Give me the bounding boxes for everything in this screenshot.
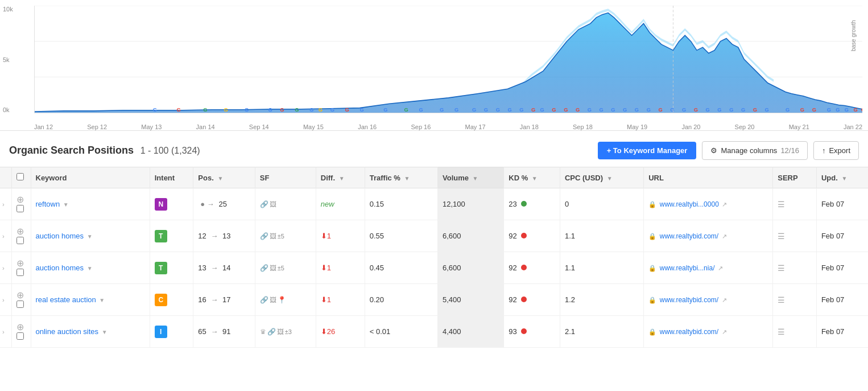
svg-text:G: G	[600, 107, 604, 113]
td-keyword[interactable]: real estate auction ▼	[31, 284, 150, 316]
export-icon: ↑	[822, 146, 826, 155]
url-value[interactable]: www.realtybid.com/	[660, 328, 718, 336]
td-keyword[interactable]: online auction sites ▼	[31, 316, 150, 348]
export-button[interactable]: ↑ Export	[813, 141, 859, 160]
td-serp[interactable]: ☰	[773, 316, 817, 348]
td-check[interactable]: ⊕	[11, 188, 31, 220]
td-check[interactable]: ⊕	[11, 252, 31, 284]
td-keyword[interactable]: auction homes ▼	[31, 220, 150, 252]
td-url[interactable]: 🔒 www.realtybid.com/ ↗	[644, 316, 773, 348]
td-kd: 93	[504, 316, 560, 348]
url-value[interactable]: www.realtybid.com/	[660, 232, 718, 240]
td-keyword[interactable]: reftown ▼	[31, 188, 150, 220]
kd-dot	[521, 297, 527, 302]
td-serp[interactable]: ☰	[773, 252, 817, 284]
th-kd[interactable]: KD % ▼	[504, 167, 560, 188]
td-serp[interactable]: ☰	[773, 220, 817, 252]
external-link-icon[interactable]: ↗	[718, 265, 723, 271]
keywords-table: Keyword Intent Pos. ▼ SF Diff. ▼ Traffic…	[0, 167, 868, 348]
table-row: › ⊕ auction homes ▼ T 13 → 14 🔗🖼±5 ⬇1 0.…	[0, 252, 868, 284]
external-link-icon[interactable]: ↗	[722, 297, 727, 303]
sf-link-icon: 🔗	[260, 232, 268, 240]
external-link-icon[interactable]: ↗	[722, 233, 727, 240]
serp-icon[interactable]: ☰	[778, 327, 785, 336]
td-serp[interactable]: ☰	[773, 284, 817, 316]
td-keyword[interactable]: auction homes ▼	[31, 252, 150, 284]
td-expand[interactable]: ›	[0, 188, 11, 220]
td-kd: 92	[504, 252, 560, 284]
row-checkbox[interactable]	[16, 269, 24, 276]
table-row: › ⊕ real estate auction ▼ C 16 → 17 🔗🖼📍 …	[0, 284, 868, 316]
td-expand[interactable]: ›	[0, 252, 11, 284]
add-keyword-icon[interactable]: ⊕	[16, 322, 24, 332]
th-sf: SF	[255, 167, 316, 188]
lock-icon: 🔒	[648, 201, 656, 208]
td-expand[interactable]: ›	[0, 284, 11, 316]
td-expand[interactable]: ›	[0, 220, 11, 252]
svg-text:G: G	[576, 107, 580, 113]
row-checkbox[interactable]	[16, 301, 24, 308]
th-pos[interactable]: Pos. ▼	[193, 167, 255, 188]
manage-columns-button[interactable]: ⚙ Manage columns 12/16	[702, 141, 808, 160]
svg-text:G: G	[484, 107, 488, 113]
x-label-sep20: Sep 20	[735, 124, 755, 130]
cpc-sort-icon: ▼	[607, 175, 613, 182]
td-upd: Feb 07	[816, 252, 868, 284]
svg-text:G: G	[741, 107, 745, 113]
sf-img-icon: 🖼	[270, 264, 276, 272]
row-checkbox[interactable]	[16, 205, 24, 212]
svg-text:G: G	[224, 107, 228, 113]
td-pos: 16 → 17	[193, 284, 255, 316]
th-diff[interactable]: Diff. ▼	[316, 167, 365, 188]
add-keyword-icon[interactable]: ⊕	[16, 258, 24, 268]
external-link-icon[interactable]: ↗	[722, 201, 727, 208]
keyword-dropdown-icon[interactable]: ▼	[99, 297, 105, 303]
td-check[interactable]: ⊕	[11, 284, 31, 316]
url-value[interactable]: www.realtybi...nia/	[660, 264, 715, 272]
svg-text:G: G	[812, 107, 816, 113]
td-check[interactable]: ⊕	[11, 316, 31, 348]
keyword-dropdown-icon[interactable]: ▼	[63, 201, 69, 208]
td-traffic: 0.45	[365, 252, 437, 284]
svg-text:G: G	[765, 107, 769, 113]
td-serp[interactable]: ☰	[773, 188, 817, 220]
td-check[interactable]: ⊕	[11, 220, 31, 252]
td-url[interactable]: 🔒 www.realtybid.com/ ↗	[644, 284, 773, 316]
th-upd[interactable]: Upd. ▼	[816, 167, 868, 188]
serp-icon[interactable]: ☰	[778, 232, 785, 241]
td-traffic: < 0.01	[365, 316, 437, 348]
select-all-checkbox[interactable]	[16, 173, 24, 180]
td-url[interactable]: 🔒 www.realtybi...0000 ↗	[644, 188, 773, 220]
section-header: Organic Search Positions 1 - 100 (1,324)…	[0, 131, 868, 167]
td-url[interactable]: 🔒 www.realtybid.com/ ↗	[644, 220, 773, 252]
serp-icon[interactable]: ☰	[778, 200, 785, 209]
th-volume[interactable]: Volume ▼	[437, 167, 503, 188]
th-cpc[interactable]: CPC (USD) ▼	[560, 167, 643, 188]
td-expand[interactable]: ›	[0, 316, 11, 348]
serp-icon[interactable]: ☰	[778, 295, 785, 304]
keyword-dropdown-icon[interactable]: ▼	[102, 329, 108, 335]
td-volume: 12,100	[437, 188, 503, 220]
keyword-dropdown-icon[interactable]: ▼	[87, 233, 93, 240]
serp-icon[interactable]: ☰	[778, 264, 785, 273]
svg-text:G: G	[861, 107, 862, 113]
table-row: › ⊕ online auction sites ▼ I 65 → 91 ♛🔗🖼…	[0, 316, 868, 348]
lock-icon: 🔒	[648, 297, 656, 303]
row-checkbox[interactable]	[16, 332, 24, 340]
th-check[interactable]	[11, 167, 31, 188]
row-checkbox[interactable]	[16, 237, 24, 244]
url-value[interactable]: www.realtybid.com/	[660, 296, 718, 304]
th-traffic[interactable]: Traffic % ▼	[365, 167, 437, 188]
add-keyword-icon[interactable]: ⊕	[16, 227, 24, 236]
th-serp: SERP	[773, 167, 817, 188]
keyword-manager-button[interactable]: + To Keyword Manager	[598, 142, 697, 159]
external-link-icon[interactable]: ↗	[722, 328, 727, 335]
td-upd: Feb 07	[816, 220, 868, 252]
add-keyword-icon[interactable]: ⊕	[16, 290, 24, 300]
td-url[interactable]: 🔒 www.realtybi...nia/ ↗	[644, 252, 773, 284]
chart-x-labels: Jan 12 Sep 12 May 13 Jan 14 Sep 14 May 1…	[34, 124, 862, 130]
add-keyword-icon[interactable]: ⊕	[16, 195, 24, 204]
url-value[interactable]: www.realtybi...0000	[660, 200, 719, 208]
th-keyword[interactable]: Keyword	[31, 167, 150, 188]
keyword-dropdown-icon[interactable]: ▼	[87, 265, 93, 271]
